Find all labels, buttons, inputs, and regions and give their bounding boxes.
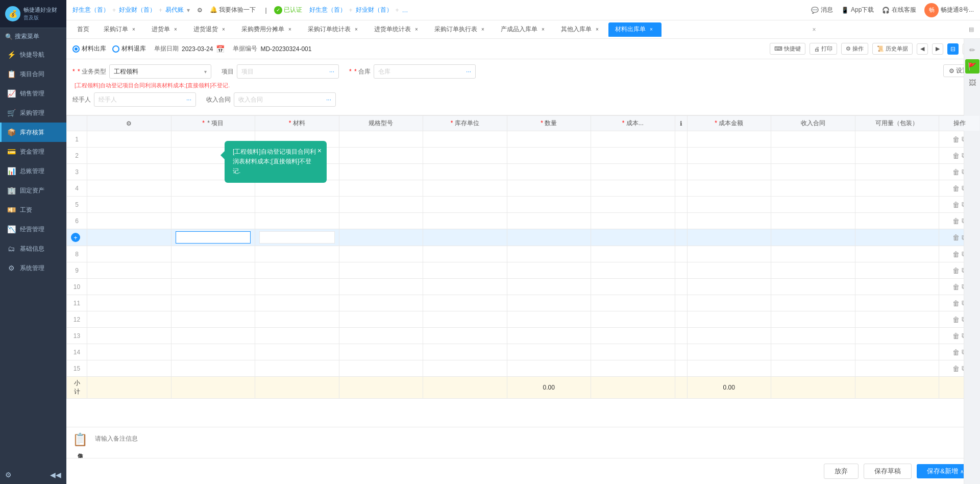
row-delete-2[interactable]: 🗑 <box>952 152 960 160</box>
tab-purchase-order[interactable]: 采购订单 × <box>97 22 144 37</box>
sidebar-item-operations[interactable]: 📉 经营管理 <box>0 220 66 239</box>
warehouse-input[interactable]: 仓库 ··· <box>374 64 476 79</box>
topbar-trial-link[interactable]: 🔔 我要体验一下 <box>210 6 256 14</box>
topbar-goodfinance2[interactable]: 好业财（首） <box>356 6 393 14</box>
sidebar-item-basic-info[interactable]: 🗂 基础信息 <box>0 239 66 258</box>
row-delete-8[interactable]: 🗑 <box>952 250 960 258</box>
row-delete-9[interactable]: 🗑 <box>952 267 960 275</box>
row-cost-amt-2[interactable] <box>687 148 771 164</box>
sidebar-item-sales[interactable]: 📈 销售管理 <box>0 84 66 103</box>
tab-more[interactable]: ▤ <box>967 23 976 36</box>
tab-finished-in[interactable]: 产成品入库单 × <box>494 22 553 37</box>
row-unit-1[interactable] <box>423 131 507 148</box>
right-icon-edit[interactable]: ✏ <box>965 43 979 57</box>
row-delete-4[interactable]: 🗑 <box>952 184 960 192</box>
project-input[interactable]: 项目 ··· <box>237 64 339 79</box>
row-delete-3[interactable]: 🗑 <box>952 168 960 176</box>
tooltip-close-btn[interactable]: × <box>317 145 322 156</box>
row-available-2[interactable] <box>855 148 939 164</box>
row-contract-2[interactable] <box>771 148 855 164</box>
history-btn[interactable]: 📜 历史单据 <box>872 43 913 55</box>
row-delete-10[interactable]: 🗑 <box>952 283 960 291</box>
sidebar-item-inventory[interactable]: 📦 库存核算 <box>0 123 66 142</box>
row-qty-1[interactable] <box>507 131 591 148</box>
th-settings[interactable]: ⚙ <box>87 116 172 131</box>
row-delete-13[interactable]: 🗑 <box>952 332 960 340</box>
sidebar-item-purchase[interactable]: 🛒 采购管理 <box>0 103 66 123</box>
sidebar-item-quicknav[interactable]: ⚡ 快捷导航 <box>0 45 66 64</box>
row-cost-2[interactable] <box>591 148 675 164</box>
row-unit-2[interactable] <box>423 148 507 164</box>
topbar-goodbiz[interactable]: 好生意（首） <box>72 6 109 14</box>
add-row-btn[interactable]: + <box>71 233 80 242</box>
row-spec-2[interactable] <box>339 148 423 164</box>
topbar-user[interactable]: 畅 畅捷通8号... <box>924 3 974 17</box>
tab-goods-in[interactable]: 进货单 × <box>145 22 186 37</box>
tab-goods-stats[interactable]: 进货单统计表 × <box>368 22 427 37</box>
row-delete-11[interactable]: 🗑 <box>952 299 960 307</box>
row-delete-7[interactable]: 🗑 <box>952 233 960 241</box>
tab-close-finished-in[interactable]: × <box>540 26 547 33</box>
discard-button[interactable]: 放弃 <box>824 464 859 479</box>
settings-icon[interactable]: ⚙ <box>5 471 12 479</box>
right-icon-flag[interactable]: 🚩 <box>965 59 979 74</box>
topbar-message[interactable]: 💬 消息 <box>811 6 833 14</box>
row-delete-5[interactable]: 🗑 <box>952 201 960 209</box>
sidebar-item-finance[interactable]: 💳 资金管理 <box>0 142 66 161</box>
shortcut-btn[interactable]: ⌨ 快捷键 <box>770 43 805 55</box>
row-available-1[interactable] <box>855 131 939 148</box>
row-qty-2[interactable] <box>507 148 591 164</box>
topbar-online-service[interactable]: 🎧 在线客服 <box>882 6 916 14</box>
row-project-input-7[interactable] <box>176 231 251 244</box>
collapse-icon[interactable]: ◀◀ <box>50 471 61 479</box>
tab-home[interactable]: 首页 <box>70 22 96 37</box>
tab-close-goods-return[interactable]: × <box>220 26 227 33</box>
sidebar-item-assets[interactable]: 🏢 固定资产 <box>0 181 66 200</box>
tab-purchase-exec[interactable]: 采购订单执行表 × <box>428 22 493 37</box>
sidebar-item-ledger[interactable]: 📊 总账管理 <box>0 161 66 181</box>
row-cost-1[interactable] <box>591 131 675 148</box>
right-icon-image[interactable]: 🖼 <box>965 76 979 90</box>
tab-close-goods-stats[interactable]: × <box>413 26 420 33</box>
tab-close-all[interactable]: × <box>808 23 820 36</box>
tab-close-purchase-expense[interactable]: × <box>286 26 293 33</box>
calendar-icon[interactable]: 📅 <box>216 45 225 53</box>
tab-close-other-in[interactable]: × <box>594 26 601 33</box>
topbar-goodfinance[interactable]: 好业财（首） <box>119 6 156 14</box>
sidebar-search[interactable]: 🔍 搜索菜单 <box>0 28 66 45</box>
sidebar-item-system[interactable]: ⚙ 系统管理 <box>0 258 66 278</box>
topbar-settings-icon[interactable]: ⚙ <box>197 7 203 14</box>
tab-close-purchase-order[interactable]: × <box>130 26 137 33</box>
radio-material-out[interactable]: 材料出库 <box>72 44 106 53</box>
print-btn[interactable]: 🖨 打印 <box>810 43 837 55</box>
topbar-dropdown[interactable]: ▾ <box>187 7 190 14</box>
view-table-btn[interactable]: ⊟ <box>947 43 959 55</box>
nav-next-btn[interactable]: ▶ <box>932 43 943 55</box>
topbar-goodbiz2[interactable]: 好生意（首） <box>309 6 346 14</box>
row-delete-15[interactable]: 🗑 <box>952 365 960 373</box>
tab-goods-return[interactable]: 进货退货 × <box>187 22 234 37</box>
tab-other-in[interactable]: 其他入库单 × <box>554 22 607 37</box>
tab-purchase-stats[interactable]: 采购订单统计表 × <box>301 22 366 37</box>
topbar-more[interactable]: … <box>402 7 408 14</box>
row-spec-1[interactable] <box>339 131 423 148</box>
tab-purchase-expense[interactable]: 采购费用分摊单 × <box>235 22 300 37</box>
row-cost-amt-1[interactable] <box>687 131 771 148</box>
save-draft-button[interactable]: 保存草稿 <box>864 464 912 479</box>
notes-input[interactable] <box>93 432 974 453</box>
handler-input[interactable]: 经手人 ··· <box>94 92 196 107</box>
sidebar-item-payroll[interactable]: 💴 工资 <box>0 200 66 220</box>
income-contract-input[interactable]: 收入合同 ··· <box>234 92 336 107</box>
biz-type-select[interactable]: 工程领料 ▾ <box>109 64 211 79</box>
row-material-input-7[interactable] <box>259 231 335 244</box>
radio-material-return[interactable]: 材料退库 <box>112 44 146 53</box>
sidebar-item-project[interactable]: 📋 项目合同 <box>0 64 66 84</box>
nav-prev-btn[interactable]: ◀ <box>917 43 928 55</box>
row-delete-6[interactable]: 🗑 <box>952 217 960 225</box>
row-delete-1[interactable]: 🗑 <box>952 135 960 143</box>
topbar-app-download[interactable]: 📱 App下载 <box>841 6 874 14</box>
tab-material-out[interactable]: 材料出库单 × <box>608 22 662 37</box>
row-contract-1[interactable] <box>771 131 855 148</box>
tab-close-purchase-exec[interactable]: × <box>479 26 486 33</box>
topbar-agent[interactable]: 易代账 <box>165 6 184 14</box>
